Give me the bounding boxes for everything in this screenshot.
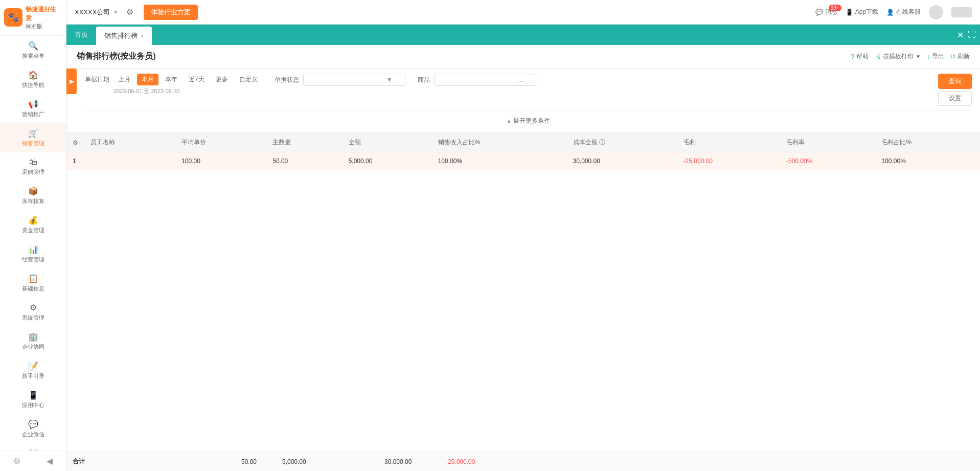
company-selector[interactable]: XXXXX公司 ▼ [75, 8, 118, 17]
status-select[interactable]: ▼ [303, 74, 405, 86]
sidebar-item-finance[interactable]: 💰 资金管理 [0, 210, 66, 239]
query-button[interactable]: 查询 [938, 74, 972, 89]
sidebar-item-apps[interactable]: 📱 应用中心 [0, 385, 66, 414]
sidebar-item-label: 营销推广 [22, 110, 44, 118]
sidebar-item-system[interactable]: ⚙ 系统管理 [0, 298, 66, 327]
trial-button[interactable]: 体验行业方案 [144, 5, 198, 20]
main-area: XXXXX公司 ▼ ⚙ 体验行业方案 💬 消息 99+ 📱 App下载 👤 在线… [66, 0, 980, 471]
goods-select[interactable]: ... [434, 74, 536, 86]
col-settings[interactable]: ⚙ [66, 133, 84, 152]
date-tab-custom[interactable]: 自定义 [235, 74, 262, 85]
tab-home[interactable]: 首页 [66, 25, 96, 45]
filter-status-row: 单据状态 ▼ [275, 74, 405, 86]
date-filter-label: 单据日期 [85, 75, 109, 84]
filter-area: ▶ 单据日期 上月 本月 本年 近7天 更多 自定义 [66, 69, 980, 133]
collapse-icon[interactable]: ◀ [47, 456, 53, 466]
cell-profit-rate: -500.00% [780, 152, 875, 170]
sidebar-item-label: 新手引导 [22, 372, 44, 380]
cell-qty: 50.00 [266, 152, 342, 170]
cell-cost: 30,000.00 [567, 152, 677, 170]
money-icon: 💰 [28, 215, 38, 225]
sidebar-item-inventory[interactable]: 📦 库存核算 [0, 181, 66, 210]
date-tab-more[interactable]: 更多 [211, 74, 233, 85]
sidebar-item-search[interactable]: 🔍 搜索菜单 [0, 36, 66, 65]
search-icon: 🔍 [28, 41, 38, 51]
sidebar-item-purchase[interactable]: 🛍 采购管理 [0, 152, 66, 181]
tab-sales-ranking[interactable]: 销售排行榜 × [96, 27, 152, 45]
table-area: ⚙ 员工名称 平均单价 主数量 全额 销售收入占比% 成本全额 ⓘ 毛利 毛利率… [66, 133, 980, 471]
sidebar-item-enterprise[interactable]: 🏢 企业协同 [0, 327, 66, 356]
sidebar-item-label: 企业协同 [22, 343, 44, 351]
col-employee-name: 员工名称 [84, 133, 175, 152]
sidebar-item-basic[interactable]: 📋 基础信息 [0, 268, 66, 298]
refresh-icon: ↺ [950, 53, 955, 60]
close-window-icon[interactable]: ✕ [957, 30, 964, 40]
sidebar-item-label: 采购管理 [22, 168, 44, 176]
col-amount: 全额 [343, 133, 432, 152]
col-avg-price: 平均单价 [175, 133, 266, 152]
setting-button[interactable]: 设置 [938, 91, 972, 106]
sidebar-item-label: 应用中心 [22, 401, 44, 409]
sidebar-item-quick-nav[interactable]: 🏠 快捷导航 [0, 65, 66, 94]
refresh-button[interactable]: ↺ 刷新 [950, 52, 970, 61]
footer-amount: 5,000.00 [282, 458, 333, 465]
sidebar-item-label: 资金管理 [22, 227, 44, 234]
print-button[interactable]: 🖨 按模板打印 ▼ [875, 52, 921, 61]
avatar[interactable] [929, 5, 943, 19]
apps-icon: 📱 [28, 390, 38, 400]
filter-date-row: 单据日期 上月 本月 本年 近7天 更多 自定义 [85, 74, 262, 85]
goods-more-icon: ... [518, 76, 523, 83]
col-profit: 毛利 [677, 133, 780, 152]
chart-icon: 📊 [28, 244, 38, 254]
tab-close-icon[interactable]: × [141, 33, 144, 39]
topbar: XXXXX公司 ▼ ⚙ 体验行业方案 💬 消息 99+ 📱 App下载 👤 在线… [66, 0, 980, 25]
filter-goods-group: 商品 ... [418, 74, 536, 86]
filter-content: 单据日期 上月 本月 本年 近7天 更多 自定义 2023-06-01 至 20… [77, 69, 980, 132]
col-qty: 主数量 [266, 133, 342, 152]
filter-date-group: 单据日期 上月 本月 本年 近7天 更多 自定义 2023-06-01 至 20… [85, 74, 262, 95]
sidebar-item-label: 经营管理 [22, 256, 44, 263]
status-dropdown-icon: ▼ [386, 76, 393, 83]
sidebar-item-wechat[interactable]: 💬 企业微信 [0, 414, 66, 443]
sidebar-item-guide[interactable]: 📝 新手引导 [0, 356, 66, 385]
filter-row-main: 单据日期 上月 本月 本年 近7天 更多 自定义 2023-06-01 至 20… [85, 74, 972, 106]
data-table: ⚙ 员工名称 平均单价 主数量 全额 销售收入占比% 成本全额 ⓘ 毛利 毛利率… [66, 133, 980, 170]
cell-avg-price: 100.00 [175, 152, 266, 170]
sidebar-item-label: 系统管理 [22, 314, 44, 322]
sidebar-item-marketing[interactable]: 📢 营销推广 [0, 94, 66, 123]
date-tab-year[interactable]: 本年 [161, 74, 182, 85]
sidebar-item-label: 搜索菜单 [22, 52, 44, 60]
settings-footer-icon[interactable]: ⚙ [13, 456, 20, 466]
export-icon: ↓ [927, 53, 930, 60]
date-tab-7days[interactable]: 近7天 [184, 74, 209, 85]
expand-conditions-button[interactable]: ∨ 展开更多条件 [507, 115, 550, 127]
maximize-icon[interactable]: ⛶ [968, 30, 976, 39]
box-icon: 📦 [28, 186, 38, 196]
page-header: 销售排行榜(按业务员) ? 帮助 🖨 按模板打印 ▼ ↓ 导出 ↺ 刷新 [66, 45, 980, 69]
sidebar-item-operations[interactable]: 📊 经营管理 [0, 239, 66, 268]
filter-status-group: 单据状态 ▼ [275, 74, 405, 86]
page-content: 销售排行榜(按业务员) ? 帮助 🖨 按模板打印 ▼ ↓ 导出 ↺ 刷新 [66, 45, 980, 471]
sidebar-nav: 🔍 搜索菜单 🏠 快捷导航 📢 营销推广 🛒 销售管理 🛍 采购管理 📦 库存核… [0, 36, 66, 451]
date-range-display: 2023-06-01 至 2023-06-30 [113, 87, 262, 95]
help-button[interactable]: ? 帮助 [851, 52, 869, 61]
settings-icon[interactable]: ⚙ [126, 7, 133, 17]
export-button[interactable]: ↓ 导出 [927, 52, 944, 61]
table-row: 1 100.00 50.00 5,000.00 100.00% 30,000.0… [66, 152, 980, 170]
online-service-button[interactable]: 👤 在线客服 [886, 8, 921, 16]
logo-icon: 🐾 [4, 8, 22, 27]
col-profit-rate: 毛利率 [780, 133, 875, 152]
filter-toggle-button[interactable]: ▶ [66, 69, 77, 94]
cell-profit: -25,000.00 [677, 152, 780, 170]
guide-icon: 📝 [28, 361, 38, 371]
message-button[interactable]: 💬 消息 99+ [815, 8, 837, 16]
logo-area: 🐾 畅捷通好生意 标准版 [0, 0, 66, 36]
sidebar-item-sales[interactable]: 🛒 销售管理 [0, 123, 66, 152]
message-icon: 💬 [815, 9, 823, 16]
date-tab-prev-month[interactable]: 上月 [113, 74, 135, 85]
gear-icon: ⚙ [30, 303, 37, 312]
app-download-button[interactable]: 📱 App下载 [846, 8, 878, 16]
date-tab-current-month[interactable]: 本月 [137, 74, 158, 85]
sidebar-item-member[interactable]: 👑 畅会员 [0, 443, 66, 451]
tabbar: 首页 销售排行榜 × ✕ ⛶ [66, 25, 980, 45]
